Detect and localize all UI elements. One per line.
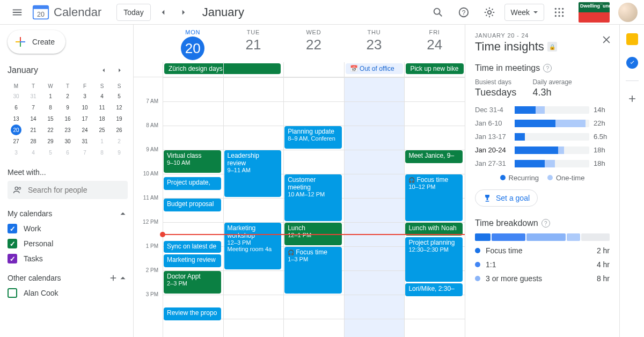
mini-day[interactable]: 10: [76, 102, 93, 113]
calendar-event[interactable]: Planning update8–9 AM, Conferen: [284, 126, 342, 149]
mini-day[interactable]: 6: [8, 102, 25, 113]
mini-day[interactable]: 28: [25, 136, 42, 147]
time-slot[interactable]: [163, 101, 223, 126]
checkbox[interactable]: [8, 254, 17, 263]
search-people[interactable]: [8, 181, 128, 199]
calendar-item[interactable]: Tasks: [8, 254, 128, 263]
time-slot[interactable]: [404, 295, 465, 319]
allday-event[interactable]: 📅 Out of office: [346, 63, 404, 74]
week-bar-row[interactable]: Jan 20-2418h: [475, 146, 610, 154]
week-bar-row[interactable]: Jan 27-3118h: [475, 159, 610, 167]
time-slot[interactable]: [223, 198, 284, 222]
calendar-event[interactable]: Project planning12:30–2:30 PM: [405, 237, 463, 282]
time-slot[interactable]: [283, 295, 344, 319]
calendar-event[interactable]: Customer meeting10 AM–12 PM: [284, 174, 342, 221]
time-slot[interactable]: [344, 150, 405, 174]
week-bar-row[interactable]: Dec 31-414h: [475, 106, 610, 114]
mini-day[interactable]: 25: [93, 124, 111, 136]
time-slot[interactable]: [344, 174, 405, 198]
time-slot[interactable]: [283, 150, 344, 174]
time-slot[interactable]: [344, 101, 405, 126]
add-addon-icon[interactable]: [626, 93, 638, 105]
mini-day[interactable]: 26: [111, 124, 128, 136]
time-slot[interactable]: [344, 295, 405, 319]
time-slot[interactable]: [344, 246, 405, 270]
keep-icon[interactable]: [626, 33, 638, 45]
help-icon[interactable]: ?: [541, 219, 550, 228]
prev-week-button[interactable]: [155, 4, 171, 20]
mini-day[interactable]: 12: [111, 102, 128, 113]
mini-day[interactable]: 1: [93, 136, 111, 147]
mini-day[interactable]: 11: [93, 102, 111, 113]
time-slot[interactable]: [223, 101, 284, 126]
time-slot[interactable]: [404, 126, 465, 150]
time-slot[interactable]: [344, 126, 405, 150]
other-calendars-toggle[interactable]: Other calendars: [8, 273, 128, 283]
checkbox[interactable]: [8, 239, 17, 248]
checkbox[interactable]: [8, 224, 17, 233]
mini-day[interactable]: 3: [8, 147, 25, 158]
calendar-event[interactable]: Project update,: [164, 177, 221, 190]
mini-day[interactable]: 4: [93, 91, 111, 102]
calendar-item[interactable]: Personal: [8, 239, 128, 248]
mini-prev-button[interactable]: [96, 62, 112, 78]
mini-day[interactable]: 27: [8, 136, 25, 147]
calendar-event[interactable]: Focus time1–3 PM: [284, 247, 342, 294]
mini-day[interactable]: 1: [42, 91, 59, 102]
week-bar-row[interactable]: Jan 13-176.5h: [475, 133, 610, 141]
calendar-event[interactable]: Virtual class9–10 AM: [164, 150, 221, 173]
time-slot[interactable]: [223, 295, 284, 319]
today-button[interactable]: Today: [116, 4, 150, 21]
menu-icon[interactable]: [6, 2, 28, 23]
mini-next-button[interactable]: [112, 62, 128, 78]
time-slot[interactable]: [283, 101, 344, 126]
mini-day[interactable]: 23: [59, 124, 76, 136]
mini-day[interactable]: 2: [59, 91, 76, 102]
calendar-event[interactable]: Marketing workshop12–3 PMMeeting room 4a: [224, 223, 282, 269]
calendar-item[interactable]: Work: [8, 224, 128, 233]
time-slot[interactable]: [344, 77, 405, 101]
mini-day[interactable]: 30: [8, 91, 25, 102]
time-slot[interactable]: [404, 101, 465, 126]
calendar-event[interactable]: Review the propo: [164, 307, 221, 320]
breakdown-item[interactable]: 1:14 hr: [475, 260, 610, 269]
mini-day[interactable]: 5: [42, 147, 59, 158]
help-icon[interactable]: ?: [453, 2, 474, 23]
calendar-event[interactable]: Meet Janice, 9–: [405, 150, 463, 163]
mini-day[interactable]: 4: [25, 147, 42, 158]
time-slot[interactable]: [404, 77, 465, 101]
day-header[interactable]: FRI24: [404, 25, 465, 62]
calendar-event[interactable]: Doctor Appt2–3 PM: [164, 271, 221, 294]
mini-day[interactable]: 7: [25, 102, 42, 113]
mini-day[interactable]: 31: [76, 136, 93, 147]
time-slot[interactable]: [283, 77, 344, 101]
mini-day[interactable]: 14: [25, 113, 42, 124]
breakdown-item[interactable]: Focus time2 hr: [475, 246, 610, 255]
calendar-event[interactable]: Budget proposal: [164, 199, 221, 211]
mini-day[interactable]: 18: [93, 113, 111, 124]
next-week-button[interactable]: [175, 4, 192, 20]
close-icon[interactable]: [601, 34, 612, 45]
calendar-event[interactable]: Focus time10–12 PM: [405, 174, 463, 221]
time-slot[interactable]: [163, 126, 223, 150]
add-calendar-icon[interactable]: [108, 273, 118, 283]
time-slot[interactable]: [223, 126, 284, 150]
mini-day[interactable]: 13: [8, 113, 25, 124]
mini-day[interactable]: 9: [111, 147, 128, 158]
allday-event[interactable]: Pick up new bike: [406, 63, 464, 74]
my-calendars-toggle[interactable]: My calendars: [8, 209, 128, 218]
set-goal-button[interactable]: Set a goal: [475, 189, 538, 207]
mini-day[interactable]: 22: [42, 124, 59, 136]
time-slot[interactable]: [223, 77, 284, 101]
mini-day[interactable]: 20: [11, 124, 21, 135]
calendar-event[interactable]: Lori/Mike, 2:30–: [405, 283, 463, 296]
mini-day[interactable]: 3: [76, 91, 93, 102]
search-icon[interactable]: [427, 2, 449, 23]
calendar-event[interactable]: Marketing review: [164, 254, 221, 267]
mini-day[interactable]: 29: [42, 136, 59, 147]
search-people-input[interactable]: [28, 186, 122, 194]
mini-day[interactable]: 21: [25, 124, 42, 136]
mini-day[interactable]: 31: [25, 91, 42, 102]
mini-day[interactable]: 30: [59, 136, 76, 147]
mini-day[interactable]: 7: [76, 147, 93, 158]
